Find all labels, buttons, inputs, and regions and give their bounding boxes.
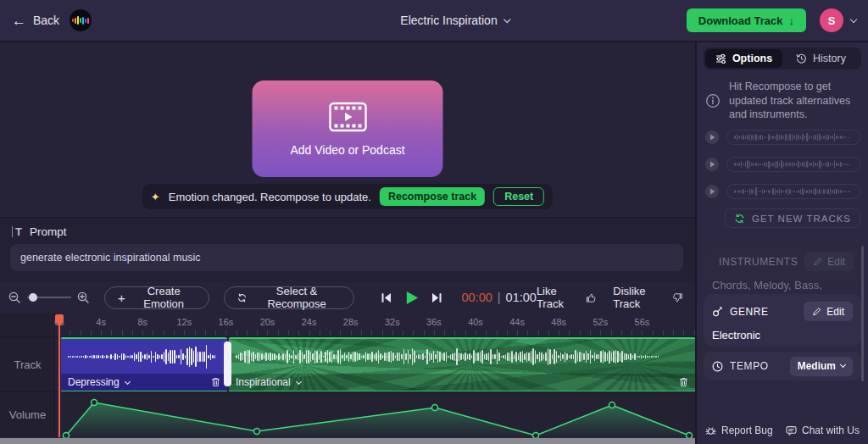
chat-with-us-button[interactable]: Chat with Us xyxy=(786,425,860,436)
clip-depressing-label-bar: Depressing xyxy=(61,374,227,391)
time-ruler[interactable]: 0s4s8s12s16s20s24s28s32s36s40s44s48s52s5… xyxy=(55,314,695,336)
info-icon xyxy=(705,93,721,108)
tick-label: 36s xyxy=(426,317,442,327)
recompose-info: Hit Recompose to get updated track alter… xyxy=(705,80,861,122)
genre-edit-label: Edit xyxy=(826,306,844,318)
tab-history-label: History xyxy=(813,53,846,64)
prompt-input[interactable] xyxy=(10,244,683,271)
volume-point[interactable] xyxy=(92,400,97,406)
alt-track-row xyxy=(705,157,861,172)
alt-track-waveform[interactable] xyxy=(726,130,861,145)
volume-envelope[interactable] xyxy=(55,392,695,438)
tab-options[interactable]: Options xyxy=(705,49,782,68)
clip-inspirational[interactable]: Inspirational xyxy=(229,337,695,392)
chevron-down-icon xyxy=(296,378,302,384)
skip-forward-button[interactable] xyxy=(431,291,443,304)
clip-depressing-wavebox xyxy=(68,341,220,372)
volume-point[interactable] xyxy=(432,405,438,411)
tab-history[interactable]: History xyxy=(782,49,860,68)
account-chevron-down-icon[interactable] xyxy=(850,15,857,22)
alt-track-waveform[interactable] xyxy=(726,157,861,172)
get-new-tracks-label: GET NEW TRACKS xyxy=(752,214,851,224)
tick-label: 12s xyxy=(176,317,192,327)
zoom-slider-knob[interactable] xyxy=(29,293,37,302)
volume-point[interactable] xyxy=(609,402,615,408)
recompose-cycle-icon xyxy=(237,292,247,303)
refresh-icon xyxy=(734,214,745,224)
zoom-out-icon[interactable] xyxy=(8,291,21,304)
report-bug-button[interactable]: Report Bug xyxy=(705,425,773,436)
app-window: ← Back Electric Inspiration Download Tra… xyxy=(0,0,868,444)
tempo-title: TEMPO xyxy=(730,360,769,372)
zoom-in-icon[interactable] xyxy=(77,291,90,304)
text-prompt-icon: T xyxy=(12,226,22,237)
alt-play-button[interactable] xyxy=(705,158,719,171)
playhead-pin[interactable] xyxy=(55,314,64,322)
trash-icon xyxy=(679,377,688,387)
horizontal-scrollbar[interactable] xyxy=(0,438,695,444)
track-title: Electric Inspiration xyxy=(400,14,497,27)
genre-edit-button[interactable]: Edit xyxy=(804,302,853,321)
waveform xyxy=(68,341,220,372)
dislike-track-button[interactable]: Dislike Track xyxy=(613,285,683,310)
alt-track-row xyxy=(705,184,861,199)
tick-label: 24s xyxy=(302,317,317,327)
zoom-slider[interactable] xyxy=(27,297,71,298)
play-button[interactable] xyxy=(403,290,420,306)
create-emotion-button[interactable]: + Create Emotion xyxy=(104,286,209,309)
genre-value: Electronic xyxy=(712,329,853,341)
like-track-button[interactable]: Like Track xyxy=(537,285,596,310)
tick-label: 28s xyxy=(343,317,359,327)
track-title-dropdown[interactable]: Electric Inspiration xyxy=(400,0,509,41)
tempo-dropdown[interactable]: Medium xyxy=(790,357,853,376)
recompose-track-button[interactable]: Recompose track xyxy=(380,187,485,206)
upload-card-label: Add Video or Podcast xyxy=(290,143,404,157)
emotion-dropdown[interactable]: Depressing xyxy=(68,376,120,388)
top-bar: ← Back Electric Inspiration Download Tra… xyxy=(0,0,868,41)
sliders-icon xyxy=(715,54,726,64)
delete-clip-button[interactable] xyxy=(679,377,688,387)
bug-icon xyxy=(705,425,716,436)
brand-logo-icon xyxy=(70,9,92,31)
avatar[interactable]: S xyxy=(820,8,843,32)
tick-label: 48s xyxy=(551,317,566,327)
sidebar-tabs: Options History xyxy=(704,47,861,69)
clip-resize-handle[interactable] xyxy=(224,341,231,386)
download-track-button[interactable]: Download Track ↓ xyxy=(687,8,806,32)
clip-depressing[interactable]: Depressing xyxy=(61,337,227,392)
emotion-changed-notification: ✦ Emotion changed. Recompose to update. … xyxy=(142,184,553,209)
dislike-track-label: Dislike Track xyxy=(613,285,665,310)
volume-row xyxy=(55,391,695,437)
instruments-edit-button[interactable]: Edit xyxy=(804,252,854,271)
get-new-tracks-button[interactable]: GET NEW TRACKS xyxy=(725,208,860,228)
film-icon xyxy=(328,102,367,132)
instruments-edit-label: Edit xyxy=(827,256,845,268)
select-recompose-button[interactable]: Select & Recompose xyxy=(224,286,354,309)
prompt-header: T Prompt xyxy=(12,225,66,238)
clip-inspirational-label-bar: Inspirational xyxy=(229,374,695,391)
reset-button[interactable]: Reset xyxy=(493,187,544,206)
topbar-divider xyxy=(0,41,868,42)
history-clock-icon xyxy=(796,53,807,64)
transport-controls xyxy=(380,290,443,306)
genre-header: GENRE Edit xyxy=(712,302,853,321)
total-time: 01:00 xyxy=(506,291,537,304)
skip-back-button[interactable] xyxy=(380,291,392,304)
sidebar-scrollbar[interactable] xyxy=(861,246,864,381)
alt-play-button[interactable] xyxy=(705,130,719,144)
tick-label: 8s xyxy=(137,317,147,327)
genre-title: GENRE xyxy=(730,306,769,318)
emotion-dropdown[interactable]: Inspirational xyxy=(236,376,291,388)
delete-clip-button[interactable] xyxy=(211,377,220,387)
trash-icon xyxy=(211,377,220,387)
play-icon xyxy=(709,134,715,141)
alt-play-button[interactable] xyxy=(705,185,719,198)
track-row: Depressing Inspirational xyxy=(55,336,695,391)
genre-section: GENRE Edit Electronic xyxy=(704,294,861,347)
add-video-podcast-card[interactable]: Add Video or Podcast xyxy=(253,80,443,177)
alt-track-waveform[interactable] xyxy=(726,184,861,199)
play-icon xyxy=(403,290,420,306)
back-button[interactable]: ← Back xyxy=(12,14,59,28)
tick-label: 52s xyxy=(593,317,608,327)
volume-point[interactable] xyxy=(254,429,260,435)
